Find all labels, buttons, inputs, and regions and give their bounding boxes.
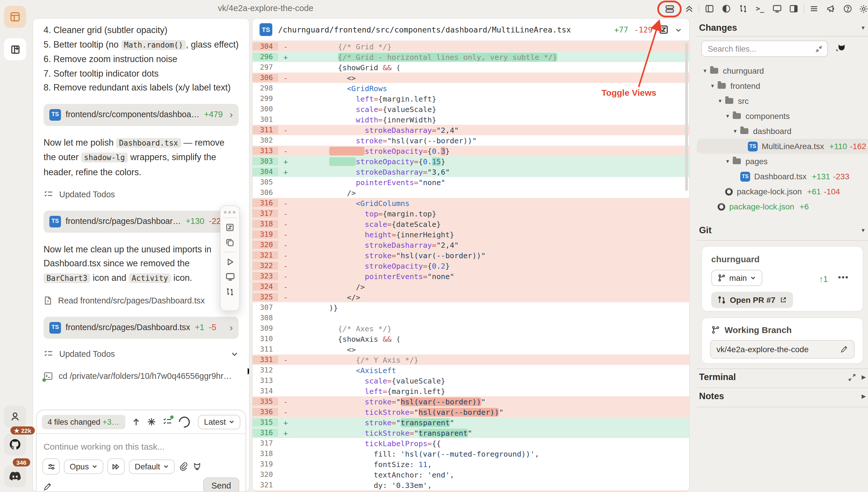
git-section-header[interactable]: Git ▼ [699,223,866,238]
search-input[interactable] [707,44,815,54]
tree-row[interactable]: ▼ TS pages [697,154,868,169]
mode-dropdown[interactable]: Default [129,459,174,474]
line-number: 306 [253,74,278,82]
help-icon[interactable] [841,2,854,15]
document-icon [44,296,52,305]
cat-icon[interactable] [836,43,847,53]
assistant-message: Now let me clean up the unused imports i… [44,242,239,286]
tree-row[interactable]: TS Dashboard.tsx +131 -233 [697,169,868,184]
monitor-icon[interactable] [225,271,235,282]
drag-handle-icon[interactable]: ●●● [223,210,237,214]
diff-row: 306 /> [253,188,689,198]
account-button[interactable] [4,405,26,427]
diff-row: 307 )} [253,302,689,313]
scroll-up-icon[interactable] [132,417,140,426]
monitor-icon[interactable] [771,2,783,15]
tree-expand-arrow[interactable]: ▼ [725,158,733,164]
collapse-tree-icon[interactable] [815,45,823,52]
copy-icon[interactable] [225,237,235,248]
pen-icon[interactable] [43,482,52,491]
line-number: 318 [253,450,278,458]
panel-left-icon[interactable] [703,2,716,15]
tree-row[interactable]: ▼ TS dashboard [697,124,868,139]
read-file-row[interactable]: Read frontend/src/pages/Dashboard.tsx [44,294,239,308]
edit-pencil-icon[interactable] [840,345,848,353]
file-search[interactable] [701,41,828,57]
tree-row[interactable]: TS package-lock.json +6 [697,199,868,214]
board-view-button[interactable] [4,38,26,60]
tree-expand-arrow[interactable]: ▼ [733,128,740,134]
updated-todos-row[interactable]: Updated Todos [44,347,239,361]
files-changed-chip[interactable]: 4 files changed +3… [42,415,125,429]
additions-count: +6 [799,202,809,211]
latest-dropdown[interactable]: Latest [198,415,240,429]
github-button[interactable] [4,434,26,456]
tree-row[interactable]: ▼ TS components [697,108,868,124]
spark-icon[interactable] [147,417,156,426]
diff-sign: - [278,282,293,291]
ts-file-icon: TS [49,216,61,227]
megaphone-icon[interactable] [824,2,837,15]
line-number: 305 [253,178,278,186]
file-diff-chip[interactable]: TS frontend/src/pages/Dashboard.tsx +1 -… [44,317,239,339]
ts-file-icon: TS [49,322,61,333]
working-branch-input[interactable]: vk/4e2a-explore-the-code [710,340,855,359]
git-compare-icon[interactable] [225,286,235,298]
cat-icon[interactable] [192,462,202,471]
changes-section-header[interactable]: Changes ▼ [699,20,866,35]
push-ahead-count[interactable]: ↑ 1 [819,274,828,284]
branch-icon [711,325,720,334]
diff-row: 321 dy: '0.33em', [253,480,689,490]
diff-row: 309 {/* Axes */} [253,323,689,334]
play-icon[interactable] [226,256,234,268]
notes-section-header[interactable]: Notes ▶ [699,389,866,404]
tree-expand-arrow[interactable]: ▼ [725,113,733,119]
diff-row: 322 - strokeOpacity={0.2} [253,261,689,271]
file-diff-chip[interactable]: TS frontend/src/components/dashboa… +479… [44,103,239,126]
tree-row[interactable]: TS package-lock.json +61 -104 [697,184,868,199]
working-branch-card: Working Branch vk/4e2a-explore-the-code [701,317,863,364]
theme-contrast-icon[interactable] [720,2,733,15]
panel-right-filled-icon[interactable] [787,2,800,15]
diff-row: 306 - <> [253,73,689,83]
terminal-icon[interactable]: >_ [754,2,767,15]
discord-button[interactable] [4,465,26,487]
menu-icon[interactable] [807,2,820,15]
fast-forward-button[interactable] [108,458,125,474]
code-line: width={innerWidth} [293,115,689,124]
line-number: 322 [253,262,278,270]
tree-row[interactable]: ▼ TS frontend [697,78,868,93]
file-diff-chip[interactable]: TS frontend/src/pages/Dashboar… +130 -22 [44,210,239,232]
chevrons-up-icon[interactable] [683,2,696,15]
open-pr-button[interactable]: Open PR #7 [711,292,793,308]
diff-sign: - [278,126,293,134]
file-name: MultiLineArea.tsx [762,142,824,151]
tree-expand-arrow[interactable]: ▼ [718,98,725,104]
inline-diff-icon[interactable] [225,222,235,233]
chevron-down-icon[interactable] [231,350,239,358]
expand-icon[interactable] [848,373,856,381]
tree-row[interactable]: ▼ TS src [697,93,868,108]
terminal-section-header[interactable]: Terminal ▶ [699,370,866,385]
settings-sliders-button[interactable] [42,458,60,474]
diff-sign: + [278,52,293,61]
git-compare-icon[interactable] [737,2,750,15]
model-dropdown[interactable]: Opus [64,459,103,474]
layout-panels-button[interactable] [4,6,26,28]
send-button[interactable]: Send [203,477,239,492]
tree-expand-arrow[interactable]: ▼ [710,83,718,89]
message-input[interactable]: Continue working on this task... [37,434,245,451]
tree-row[interactable]: ▼ TS churnguard [697,63,868,78]
line-number: 320 [253,470,278,479]
settings-gear-icon[interactable] [857,2,868,15]
tree-expand-arrow[interactable]: ▼ [703,68,710,74]
line-number: 324 [253,282,278,291]
more-actions-icon[interactable]: ••• [838,272,849,282]
updated-todos-row[interactable]: Updated Todos [44,188,239,202]
branch-dropdown[interactable]: main [711,270,763,286]
tree-row[interactable]: TS MultiLineArea.tsx +110 -162 [697,139,868,154]
todo-list-icon[interactable] [162,417,172,426]
attach-paperclip-icon[interactable] [179,462,188,471]
terminal-command-row[interactable]: cd /private/var/folders/10/h7w0q46556ggr… [44,369,239,383]
line-number: 325 [253,293,278,301]
